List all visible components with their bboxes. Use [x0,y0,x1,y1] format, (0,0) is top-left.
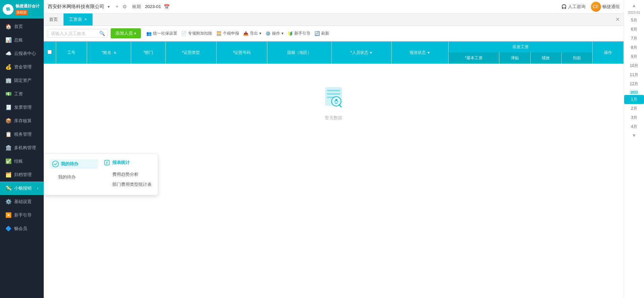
company-name[interactable]: 西安虾米网络科技有限公司 [48,4,104,10]
sidebar-item-tax[interactable]: 📋 税务管理 [0,128,44,141]
tab-close-right[interactable]: ✕ [611,16,624,23]
tab-bar: 首页 工资表 ✕ ✕ [44,13,624,26]
add-company-icon[interactable]: ＋ [114,3,120,10]
search-icon[interactable]: 🔍 [99,31,105,36]
sidebar-item-settlement[interactable]: ✅ 结账 [0,155,44,168]
company-settings-icon[interactable]: ⚙ [122,4,127,10]
popup-my-todo-label: 我的待办 [58,174,76,179]
company-dropdown-arrow[interactable]: ▾ [108,4,110,9]
sidebar-item-vip[interactable]: 🔷 畅会员 [0,222,44,235]
new-guide-action[interactable]: 🔰 新手引导 [288,31,310,36]
report-status-filter[interactable]: ▼ [427,51,430,55]
ledger-icon: 📊 [5,37,11,43]
personal-tax-action[interactable]: 🧮 个税申报 [216,31,239,36]
month-9[interactable]: 9月 [624,52,644,61]
month-6[interactable]: 6月 [624,25,644,34]
refresh-icon: 🔄 [314,31,320,36]
sidebar-item-ledger[interactable]: 📊 总账 [0,33,44,47]
popup-menu-grid: 我的待办 我的待办 报表统计 [49,159,152,190]
sidebar-item-salary[interactable]: 💵 工资 [0,87,44,101]
user-profile[interactable]: CE 畅捷通组 [591,2,620,12]
special-deduct-action[interactable]: 📄 专项附加扣除 [181,31,212,36]
social-insurance-action[interactable]: 👥 统一社保设置 [146,31,177,36]
popup-todo-title[interactable]: 我的待办 [49,159,98,169]
sidebar-item-new-guide[interactable]: ▶️ 新手引导 [0,208,44,222]
month-nav-up[interactable]: ▲ [624,1,644,9]
th-checkbox[interactable] [44,41,56,64]
sidebar-label-cloud: 云报表中心 [14,51,36,57]
svg-point-9 [52,161,59,167]
customer-service[interactable]: 🎧 人工咨询 [561,4,585,10]
month-11[interactable]: 11月 [624,70,644,79]
month-5[interactable]: 5月 [624,16,644,25]
period-value[interactable]: 2023-01 [145,4,161,9]
month-2[interactable]: 2月 [624,104,644,113]
popup-report-title-text: 报表统计 [112,160,130,166]
sidebar-label-expense: 小畅报销 [14,185,32,191]
sidebar-label-guide: 新手引导 [14,212,32,218]
month-12[interactable]: 12月 [624,79,644,89]
todo-section-icon [52,161,59,167]
sidebar-item-basic-settings[interactable]: ⚙️ 基础设置 [0,195,44,208]
year-divider-2023: 2023 [629,90,639,95]
main-area: 西安虾米网络科技有限公司 ▾ ＋ ⚙ 账期 2023-01 📅 🎧 人工咨询 C… [44,0,624,298]
sidebar-item-home[interactable]: 🏠 首页 [0,20,44,33]
salary-icon: 💵 [5,91,11,97]
sidebar-label-multi-org: 多机构管理 [14,145,36,151]
status-filter[interactable]: ▼ [369,51,373,55]
year-2023-label: 2023.01 [628,9,640,16]
popup-report-title[interactable]: 报表统计 [104,159,152,166]
popup-item-cost-trend[interactable]: 费用趋势分析 [104,169,152,179]
operation-label: 操作 [272,31,280,36]
export-action[interactable]: 📤 导出 ▾ [243,31,261,36]
logo-sub: 旗舰版 [15,10,28,15]
sidebar-item-fixed-assets[interactable]: 🏢 固定资产 [0,74,44,87]
calendar-icon[interactable]: 📅 [164,4,169,9]
refresh-action[interactable]: 🔄 刷新 [314,31,329,36]
popup-item-my-todo[interactable]: 我的待办 [49,172,98,182]
tab-salary-close[interactable]: ✕ [84,17,87,22]
sidebar-item-invoice[interactable]: 🧾 发票管理 [0,101,44,114]
social-insurance-icon: 👥 [146,31,152,36]
svg-point-5 [335,99,337,101]
month-10[interactable]: 10月 [624,61,644,70]
search-input[interactable] [51,31,98,36]
sidebar-item-archive[interactable]: 🗂️ 归档管理 [0,168,44,181]
app-logo[interactable]: 畅 畅捷通好会计 旗舰版 [0,0,44,19]
sidebar-label-home: 首页 [14,24,23,30]
tax-icon: 📋 [5,131,11,137]
month-7[interactable]: 7月 [624,34,644,43]
sidebar-item-cloud-report[interactable]: ☁️ 云报表中心 [0,47,44,60]
month-1[interactable]: 1月 [624,95,644,104]
tab-salary-table[interactable]: 工资表 ✕ [64,13,93,26]
inventory-icon: 📦 [5,118,11,124]
social-insurance-label: 统一社保设置 [153,31,177,36]
popup-item-dept-cost[interactable]: 部门费用类型统计表 [104,179,152,190]
headset-icon: 🎧 [561,4,567,9]
month-8[interactable]: 8月 [624,43,644,52]
add-people-button[interactable]: 添加人员 ▾ [111,28,141,38]
select-all-checkbox[interactable] [47,50,52,54]
sidebar-item-inventory[interactable]: 📦 库存核算 [0,114,44,128]
svg-point-6 [335,101,336,102]
th-base-salary: *基本工资 [448,53,499,64]
salary-table: 工号 *姓名 ⇅ *部门 *证照类型 *证照号码 [44,41,624,141]
toolbar-actions: 👥 统一社保设置 📄 专项附加扣除 🧮 个税申报 📤 导出 ▾ ⚙️ [146,31,329,36]
sidebar-item-expense[interactable]: 💸 小畅报销 ‹ [0,181,44,195]
th-name: *姓名 ⇅ [87,41,131,64]
logo-text: 畅捷通好会计 旗舰版 [15,3,40,15]
sidebar-label-inventory: 库存核算 [14,118,32,124]
month-nav-down[interactable]: ▼ [624,131,644,139]
operation-action[interactable]: ⚙️ 操作 ▾ [265,31,283,36]
sidebar-label-fund: 资金管理 [14,64,32,70]
th-operation: 操作 [593,41,624,64]
name-sort[interactable]: ⇅ [114,51,116,55]
sidebar-item-multi-org[interactable]: 🏛️ 多机构管理 [0,141,44,155]
month-3[interactable]: 3月 [624,113,644,122]
tab-home[interactable]: 首页 [44,13,64,26]
content-area: 🔍 添加人员 ▾ 👥 统一社保设置 📄 专项附加扣除 🧮 个税申报 [44,26,624,298]
sidebar-item-fund[interactable]: 💰 资金管理 [0,60,44,74]
month-4[interactable]: 4月 [624,122,644,131]
add-people-label: 添加人员 [115,30,133,36]
empty-state: 暂无数据 [44,64,624,141]
